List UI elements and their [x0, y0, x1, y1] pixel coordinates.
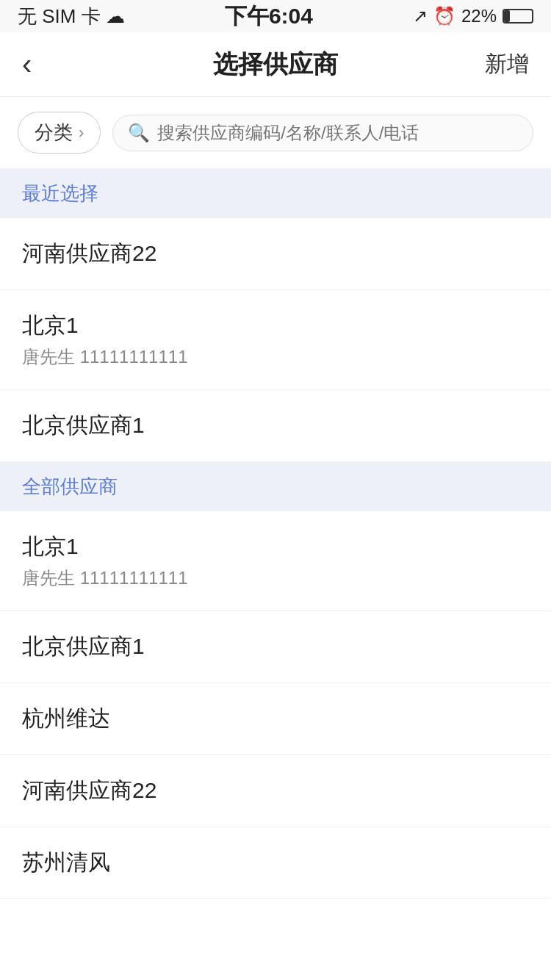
search-box: 🔍 — [112, 115, 533, 151]
location-icon: ↗ — [413, 6, 428, 26]
sim-status: 无 SIM 卡 ☁ — [18, 4, 125, 29]
nav-bar: ‹ 选择供应商 新增 — [0, 32, 551, 97]
item-name: 河南供应商22 — [22, 776, 529, 806]
item-name: 北京供应商1 — [22, 411, 529, 441]
all-section-header: 全部供应商 — [0, 462, 551, 511]
recent-section-header: 最近选择 — [0, 169, 551, 218]
status-left: 无 SIM 卡 ☁ — [18, 4, 125, 29]
chevron-right-icon: › — [79, 123, 84, 143]
search-input[interactable] — [157, 123, 518, 143]
list-item[interactable]: 北京供应商1 — [0, 611, 551, 683]
status-right: ↗ ⏰ 22% — [413, 6, 533, 26]
status-bar: 无 SIM 卡 ☁ 下午6:04 ↗ ⏰ 22% — [0, 0, 551, 32]
back-button[interactable]: ‹ — [22, 48, 66, 81]
recent-list: 河南供应商22北京1唐先生 11111111111北京供应商1 — [0, 218, 551, 462]
clock-icon: ⏰ — [433, 6, 455, 26]
battery-icon — [503, 9, 533, 24]
recent-section-label: 最近选择 — [22, 182, 98, 204]
item-name: 北京供应商1 — [22, 632, 529, 662]
status-time: 下午6:04 — [225, 1, 313, 32]
add-button[interactable]: 新增 — [485, 49, 529, 79]
item-name: 北京1 — [22, 532, 529, 562]
filter-bar: 分类 › 🔍 — [0, 97, 551, 169]
list-item[interactable]: 河南供应商22 — [0, 218, 551, 290]
search-icon: 🔍 — [128, 123, 150, 143]
category-button[interactable]: 分类 › — [18, 112, 101, 154]
item-sub: 唐先生 11111111111 — [22, 345, 529, 369]
list-item[interactable]: 北京供应商1 — [0, 390, 551, 462]
item-sub: 唐先生 11111111111 — [22, 566, 529, 590]
list-item[interactable]: 北京1唐先生 11111111111 — [0, 511, 551, 611]
page-title: 选择供应商 — [213, 48, 338, 82]
item-name: 杭州维达 — [22, 704, 529, 734]
list-item[interactable]: 苏州清风 — [0, 827, 551, 899]
all-section-label: 全部供应商 — [22, 475, 118, 497]
item-name: 北京1 — [22, 311, 529, 341]
list-item[interactable]: 河南供应商22 — [0, 755, 551, 827]
list-item[interactable]: 杭州维达 — [0, 683, 551, 755]
list-item[interactable]: 北京1唐先生 11111111111 — [0, 290, 551, 390]
battery-percent: 22% — [461, 6, 497, 26]
all-list: 北京1唐先生 11111111111北京供应商1杭州维达河南供应商22苏州清风 — [0, 511, 551, 899]
item-name: 苏州清风 — [22, 848, 529, 878]
category-label: 分类 — [35, 120, 73, 145]
item-name: 河南供应商22 — [22, 239, 529, 269]
